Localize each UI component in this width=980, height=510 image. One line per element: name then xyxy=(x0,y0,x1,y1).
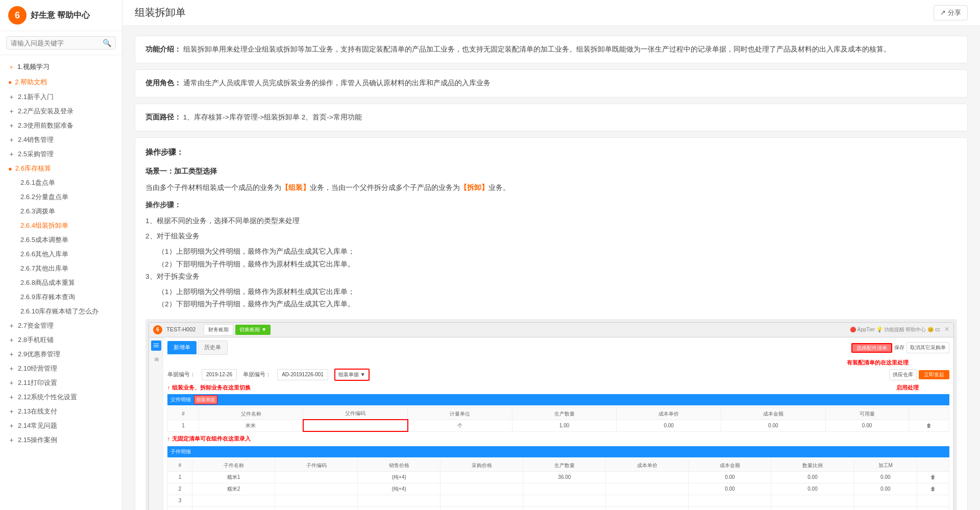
mock-launch-btn[interactable]: 立即发起 xyxy=(919,370,949,379)
sidebar-item-25[interactable]: ＋ 2.5采购管理 xyxy=(0,147,122,161)
mock-child-row-2: 2糯米2(纯+4)0.000.000.00🗑 xyxy=(168,483,949,495)
mock-table-child: #子件名称子件编码销售价格采购价格生产数量成本单价成本金额数量比例加工M 1糯米… xyxy=(167,459,949,510)
sidebar-item-21[interactable]: ＋ 2.1新手入门 xyxy=(0,90,122,104)
sidebar-item-21-label: 2.1新手入门 xyxy=(18,92,54,102)
share-button[interactable]: ↗ 分享 xyxy=(934,5,968,20)
mock-logo: 6 xyxy=(153,325,162,334)
mock-child-row-3: 3 xyxy=(168,495,949,507)
plus-icon-25: ＋ xyxy=(8,150,15,159)
sidebar-item-210[interactable]: ＋ 2.10经营管理 xyxy=(0,361,122,376)
mock-child-row-4: 4 xyxy=(168,507,949,510)
nav-children-2: ＋ 2.1新手入门 ＋ 2.2产品安装及登录 ＋ 2.3使用前数据准备 ＋ 2.… xyxy=(0,90,122,447)
mock-field-unit-label: 单据编号： xyxy=(167,370,195,380)
sidebar-item-262[interactable]: 2.6.2分量盘点单 xyxy=(6,190,122,204)
sidebar-item-27[interactable]: ＋ 2.7资金管理 xyxy=(0,319,122,333)
plus-icon-22: ＋ xyxy=(8,107,15,116)
mock-tab-new[interactable]: 新增单 xyxy=(167,341,197,354)
sidebar-item-29-label: 2.9优惠券管理 xyxy=(18,350,60,359)
sidebar-item-26[interactable]: ● 2.6库存核算 xyxy=(0,161,122,176)
logo-icon: 6 xyxy=(8,6,27,25)
sidebar-item-28[interactable]: ＋ 2.8手机旺铺 xyxy=(0,333,122,347)
sidebar-item-22[interactable]: ＋ 2.2产品安装及登录 xyxy=(0,104,122,118)
sidebar-item-264[interactable]: 2.6.4组装拆卸单 xyxy=(6,218,122,233)
sidebar-item-22-label: 2.2产品安装及登录 xyxy=(18,107,74,116)
mock-section-parent-label: 父件明细 xyxy=(170,395,191,404)
search-input[interactable] xyxy=(11,39,103,47)
plus-icon-27: ＋ xyxy=(8,321,15,330)
sidebar-item-24-label: 2.4销售管理 xyxy=(18,135,54,144)
role-text: 通常由生产人员或库管人员完成拆装业务的操作，库管人员确认原材料的出库和产成品的入… xyxy=(183,79,491,87)
sidebar-item-214[interactable]: ＋ 2.14常见问题 xyxy=(0,419,122,433)
plus-icon-28: ＋ xyxy=(8,335,15,345)
content-area: 功能介绍： 组装拆卸单用来处理企业组装或拆卸等加工业务，支持有固定装配清单的产品… xyxy=(122,26,980,510)
plus-icon-212: ＋ xyxy=(8,393,15,402)
mock-td-name: 米米 xyxy=(246,423,256,428)
mock-parent-annotation: 组装单据 xyxy=(194,395,217,404)
annotation-label-3: 启用处理 xyxy=(896,383,919,393)
sidebar-item-27-label: 2.7资金管理 xyxy=(18,321,54,330)
intro-label: 功能介绍： xyxy=(145,45,181,53)
sidebar-item-268[interactable]: 2.6.8商品成本重算 xyxy=(6,276,122,290)
sidebar-item-24[interactable]: ＋ 2.4销售管理 xyxy=(0,133,122,147)
sidebar-item-211[interactable]: ＋ 2.11打印设置 xyxy=(0,376,122,390)
sidebar-item-213[interactable]: ＋ 2.13在线支付 xyxy=(0,404,122,419)
mock-section-parent: 父件明细 组装单据 xyxy=(167,394,949,405)
mock-close-icon[interactable]: ✕ xyxy=(944,324,949,335)
logo-text: 好生意 帮助中心 xyxy=(31,10,90,21)
intro-text: 组装拆卸单用来处理企业组装或拆卸等加工业务，支持有固定装配清单的产品加工业务，也… xyxy=(183,45,891,53)
sidebar-item-2[interactable]: ● 2.帮助文档 xyxy=(0,75,122,90)
plus-icon-211: ＋ xyxy=(8,378,15,387)
nav-section-1: ＋ 1.视频学习 xyxy=(0,59,122,75)
sidebar-item-213-label: 2.13在线支付 xyxy=(18,407,57,416)
topbar: 组装拆卸单 ↗ 分享 xyxy=(122,0,980,26)
minus-icon: ● xyxy=(8,79,12,86)
sidebar-item-263[interactable]: 2.6.3调拨单 xyxy=(6,204,122,218)
sidebar-item-266[interactable]: 2.6.6其他入库单 xyxy=(6,247,122,261)
sidebar-item-23-label: 2.3使用前数据准备 xyxy=(18,121,74,130)
ops-title: 操作步骤： xyxy=(145,145,957,159)
mock-company: TEST-H002 xyxy=(166,325,195,335)
sidebar-item-1[interactable]: ＋ 1.视频学习 xyxy=(0,59,122,75)
sidebar-item-212-label: 2.12系统个性化设置 xyxy=(18,393,77,402)
mock-type-dropdown[interactable]: 组装单据 ▼ xyxy=(334,369,370,381)
sidebar-item-29[interactable]: ＋ 2.9优惠券管理 xyxy=(0,347,122,361)
role-block: 使用角色： 通常由生产人员或库管人员完成拆装业务的操作，库管人员确认原材料的出库… xyxy=(135,69,968,97)
sidebar-item-267[interactable]: 2.6.7其他出库单 xyxy=(6,261,122,276)
highlight-zuzhuang: 【组装】 xyxy=(281,184,310,191)
step3-sub2: （2）下部明细为子件明细，最终作为产成品生成其它入库单。 xyxy=(145,298,957,310)
scene1-title: 场景一：加工类型选择 xyxy=(145,165,957,178)
mock-field-date: 2019-12-26 xyxy=(202,369,237,380)
sidebar-item-215[interactable]: ＋ 2.15操作案例 xyxy=(0,433,122,447)
mock-save-btn: 保存 xyxy=(894,343,904,352)
mock-tab-history[interactable]: 历史单 xyxy=(198,341,228,355)
sidebar-item-23[interactable]: ＋ 2.3使用前数据准备 xyxy=(0,118,122,133)
scene1-desc: 当由多个子件材料组装成一个成品的业务为【组装】业务，当由一个父件拆分成多个子产品… xyxy=(145,182,957,194)
annotation-label-2: ↑ 组装业务、拆卸业务在这里切换 xyxy=(167,383,251,393)
search-area: 🔍 xyxy=(0,31,122,55)
mock-field-num: AD-20191226-001 xyxy=(277,369,328,380)
mock-child-row-1: 1糯米1(纯+4)36.000.000.000.00🗑 xyxy=(168,472,949,483)
mock-table-parent: #父件名称父件编码计量单位生产数量成本单价成本金额可用量 1 米米 个1.000… xyxy=(167,407,949,432)
search-icon[interactable]: 🔍 xyxy=(103,39,111,47)
sidebar-item-28-label: 2.8手机旺铺 xyxy=(18,335,54,345)
share-label: 分享 xyxy=(948,8,961,17)
step2-sub2: （2）下部明细为子件明细，最终作为原材料生成其它出库单。 xyxy=(145,258,957,271)
sidebar-item-215-label: 2.15操作案例 xyxy=(18,435,57,445)
sidebar-item-2610[interactable]: 2.6.10库存账本错了怎么办 xyxy=(6,304,122,319)
plus-icon-21: ＋ xyxy=(8,92,15,102)
sidebar-item-269[interactable]: 2.6.9库存账本查询 xyxy=(6,290,122,304)
mock-sidebar-icon xyxy=(151,341,161,351)
sidebar-item-26-label: 2.6库存核算 xyxy=(15,164,51,173)
mock-warehouse-field[interactable]: 供应仓库 xyxy=(889,369,917,380)
sidebar-item-265[interactable]: 2.6.5成本调整单 xyxy=(6,233,122,247)
mock-dropdown1: 财务账期 xyxy=(204,324,233,335)
plus-icon-210: ＋ xyxy=(8,364,15,373)
sidebar-item-261[interactable]: 2.6.1盘点单 xyxy=(6,176,122,190)
sidebar-item-214-label: 2.14常见问题 xyxy=(18,421,57,430)
page-title: 组装拆卸单 xyxy=(135,6,186,19)
mock-annotation-box1: 选择配件清单 xyxy=(851,343,892,353)
sidebar-item-212[interactable]: ＋ 2.12系统个性化设置 xyxy=(0,390,122,404)
nav-tree: ＋ 1.视频学习 ● 2.帮助文档 ＋ 2.1新手入门 ＋ 2.2产品安装及登录 xyxy=(0,55,122,510)
mock-cancel-btn[interactable]: 取消其它采购单 xyxy=(906,342,949,353)
mock-greenbtn: 切换账期 ▼ xyxy=(235,325,271,335)
